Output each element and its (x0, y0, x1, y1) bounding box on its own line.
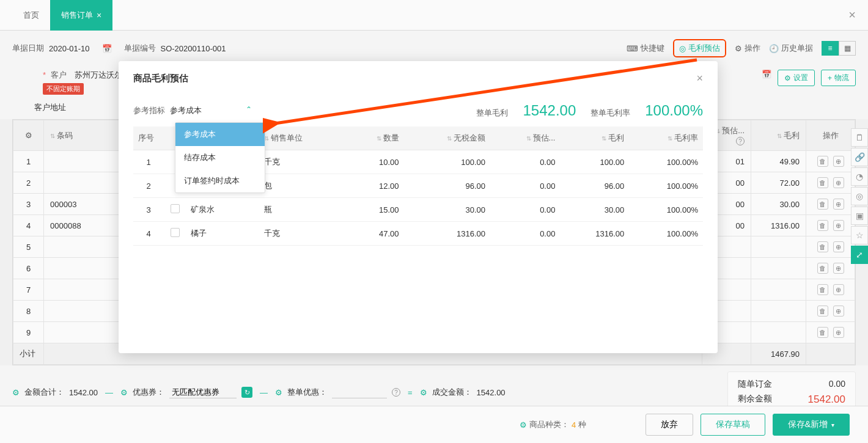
col-rate[interactable]: ⇅毛利率 (629, 126, 703, 150)
est-cell: 0.00 (490, 150, 560, 174)
col-profit[interactable]: ⇅毛利 (560, 126, 629, 150)
seq-cell: 1 (133, 150, 164, 174)
name-cell: 矿泉水 (186, 198, 259, 222)
unit-cell: 包 (259, 174, 346, 198)
indicator-dropdown: 参考成本结存成本订单签约时成本 (175, 122, 265, 193)
rate-cell: 100.00% (629, 174, 703, 198)
profit-cell: 1316.00 (560, 222, 629, 246)
col-qty[interactable]: ⇅数量 (346, 126, 404, 150)
close-icon[interactable]: × (696, 72, 703, 85)
col-unit[interactable]: ⇅销售单位 (259, 126, 346, 150)
unit-cell: 千克 (259, 150, 346, 174)
rate-cell: 100.00% (629, 222, 703, 246)
checkbox[interactable] (171, 204, 180, 213)
profit-cell: 30.00 (560, 198, 629, 222)
amount-cell: 96.00 (404, 174, 491, 198)
qty-cell: 47.00 (346, 222, 404, 246)
table-row: 4 橘子 千克 47.00 1316.00 0.00 1316.00 100.0… (133, 222, 703, 246)
name-cell: 橘子 (186, 222, 259, 246)
est-cell: 0.00 (490, 174, 560, 198)
table-row: 3 矿泉水 瓶 15.00 30.00 0.00 30.00 100.00% (133, 198, 703, 222)
dropdown-option[interactable]: 结存成本 (175, 146, 265, 169)
rate-cell: 100.00% (629, 198, 703, 222)
profit-cell: 96.00 (560, 174, 629, 198)
amount-cell: 1316.00 (404, 222, 491, 246)
checkbox[interactable] (171, 228, 180, 237)
modal-title: 商品毛利预估 (133, 73, 188, 84)
unit-cell: 千克 (259, 222, 346, 246)
amount-cell: 30.00 (404, 198, 491, 222)
qty-cell: 15.00 (346, 198, 404, 222)
col-seq: 序号 (133, 126, 164, 150)
seq-cell: 4 (133, 222, 164, 246)
unit-cell: 瓶 (259, 198, 346, 222)
dropdown-option[interactable]: 订单签约时成本 (175, 169, 265, 192)
dropdown-option[interactable]: 参考成本 (175, 123, 265, 146)
qty-cell: 12.00 (346, 174, 404, 198)
checkbox-cell[interactable] (164, 222, 186, 246)
total-profit-label: 整单毛利 (476, 108, 508, 119)
profit-modal: 商品毛利预估 × 参考指标 参考成本 ⌃ 整单毛利 1542.00 整单毛利率 … (119, 61, 718, 353)
total-rate-label: 整单毛利率 (590, 108, 630, 119)
chevron-up-icon: ⌃ (246, 105, 252, 114)
indicator-label: 参考指标 (133, 105, 165, 116)
rate-cell: 100.00% (629, 150, 703, 174)
seq-cell: 3 (133, 198, 164, 222)
seq-cell: 2 (133, 174, 164, 198)
est-cell: 0.00 (490, 198, 560, 222)
qty-cell: 10.00 (346, 150, 404, 174)
total-rate-value: 100.00% (645, 102, 703, 119)
checkbox-cell[interactable] (164, 198, 186, 222)
indicator-value: 参考成本 (170, 106, 202, 115)
amount-cell: 100.00 (404, 150, 491, 174)
col-amount[interactable]: ⇅无税金额 (404, 126, 491, 150)
indicator-select[interactable]: 参考成本 ⌃ (169, 104, 254, 118)
est-cell: 0.00 (490, 222, 560, 246)
total-profit-value: 1542.00 (523, 102, 576, 119)
col-est[interactable]: ⇅预估... (490, 126, 560, 150)
profit-cell: 100.00 (560, 150, 629, 174)
